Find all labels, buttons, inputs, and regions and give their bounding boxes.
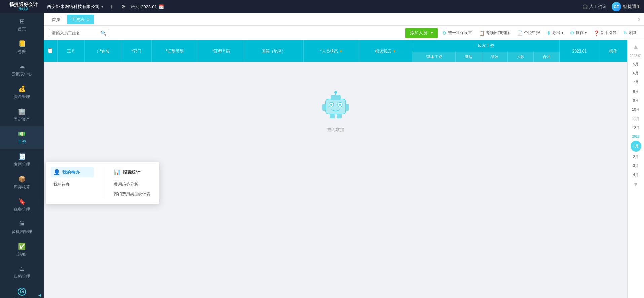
sidebar-item-multi-org[interactable]: 🏛 多机构管理 [0, 217, 44, 239]
content-area: 首页 工资表 × × 🔍 添加人员 ▾ ⚙ 统一社保设置 [44, 13, 644, 298]
svg-rect-1 [331, 95, 341, 100]
tab-home[interactable]: 首页 [47, 15, 65, 24]
calendar-icon[interactable]: 📅 [159, 4, 164, 9]
timeline-month-7[interactable]: 7月 [628, 78, 644, 87]
sidebar-label: 工资 [18, 139, 26, 145]
sidebar-item-xiaochang[interactable]: G 小畅报销 ◀ [0, 284, 44, 298]
settings-button[interactable]: ⚙ [119, 4, 127, 10]
sidebar-label: 总账 [18, 49, 26, 55]
xiaochang-icon: G [18, 288, 26, 296]
svg-point-3 [334, 91, 337, 94]
subsidy-subheader: 津贴 [456, 52, 482, 62]
top-right: 🎧 人工咨询 CE 畅捷通组 [582, 2, 641, 11]
export-icon: ⬇ [547, 30, 551, 36]
user-area[interactable]: CE 畅捷通组 [612, 2, 641, 11]
month-3-label: 3月 [633, 164, 639, 168]
report-icon: 📊 [114, 169, 121, 175]
export-action[interactable]: ⬇ 导出 ▾ [545, 30, 565, 36]
guide-action[interactable]: ❓ 新手引导 [592, 30, 619, 36]
timeline-month-9[interactable]: 9月 [628, 96, 644, 105]
company-selector[interactable]: 西安虾米网络科技有限公司 ▾ [47, 4, 103, 10]
social-security-icon: ⚙ [442, 30, 447, 36]
sidebar-item-closing[interactable]: ✅ 结账 [0, 239, 44, 261]
top-header: 畅捷通好会计 旗舰版 西安虾米网络科技有限公司 ▾ ＋ ⚙ 账期 2023-01… [0, 0, 644, 13]
search-input[interactable] [52, 31, 99, 35]
popup-title-todo[interactable]: 👤 我的待办 [51, 167, 94, 177]
tab-bar: 首页 工资表 × × [44, 13, 644, 26]
add-person-chevron-icon: ▾ [429, 31, 433, 35]
sidebar-item-home[interactable]: ⊞ 首页 [0, 13, 44, 36]
month-10-label: 10月 [632, 107, 640, 111]
sidebar-item-invoice[interactable]: 🧾 发票管理 [0, 149, 44, 171]
operate-chevron-icon: ▾ [585, 31, 587, 35]
close-all-icon[interactable]: × [638, 16, 641, 23]
dept-expense-label: 部门费用类型统计表 [114, 191, 150, 197]
multi-org-icon: 🏛 [19, 221, 25, 228]
popup-item-my-todo[interactable]: 我的待办 [51, 179, 94, 189]
main-layout: ⊞ 首页 📒 总账 ☁ 云报表中心 💰 资金管理 🏢 固定资产 💵 工资 🧾 发… [0, 13, 644, 298]
report-title-label: 报表统计 [123, 169, 140, 175]
wage-table: 工号 ↕ *姓名 *部门 *证型类型 *证型号码 国籍（地区） *人员状态 ▼ … [44, 40, 627, 62]
sidebar-item-archive[interactable]: 🗂 归档管理 [0, 261, 44, 284]
sidebar-label: 库存核算 [14, 184, 30, 190]
expense-trend-label: 费用趋势分析 [114, 181, 138, 187]
sidebar-item-tax[interactable]: 🔖 税务管理 [0, 194, 44, 217]
sidebar-item-ledger[interactable]: 📒 总账 [0, 36, 44, 59]
popup-overlay: 👤 我的待办 我的待办 📊 报表统计 费用趋势分析 部门费用类型统计表 [45, 162, 160, 204]
performance-subheader: 绩效 [482, 52, 507, 62]
popup-title-report[interactable]: 📊 报表统计 [111, 167, 155, 177]
date-header: 2023.01 [560, 40, 600, 62]
timeline-month-4[interactable]: 4月 [628, 170, 644, 179]
operate-action[interactable]: ⚙ 操作 ▾ [568, 30, 589, 36]
sidebar-item-wage[interactable]: 💵 工资 [0, 126, 44, 149]
search-icon[interactable]: 🔍 [101, 30, 106, 36]
action-header: 操作 [600, 40, 627, 62]
timeline-month-2[interactable]: 2月 [628, 152, 644, 161]
logo-area: 畅捷通好会计 旗舰版 [3, 2, 44, 11]
sidebar-item-fund[interactable]: 💰 资金管理 [0, 81, 44, 104]
svg-rect-10 [330, 114, 335, 118]
refresh-action[interactable]: ↻ 刷新 [621, 30, 639, 36]
svg-rect-8 [322, 104, 326, 111]
add-button[interactable]: ＋ [107, 3, 116, 11]
logo-text: 畅捷通好会计 [9, 2, 38, 7]
guide-label: 新手引导 [601, 30, 617, 36]
timeline-nav-up[interactable]: ▲ [632, 42, 640, 52]
company-chevron-icon: ▾ [101, 5, 103, 9]
closing-icon: ✅ [18, 243, 26, 250]
timeline-month-11[interactable]: 11月 [628, 114, 644, 123]
timeline-month-1-active[interactable]: 1月 [631, 141, 641, 152]
timeline-month-12[interactable]: 12月 [628, 123, 644, 132]
total-subheader: 合计 [533, 52, 559, 62]
empty-robot-icon [319, 89, 352, 123]
tax-report-label: 个税申报 [524, 30, 540, 36]
ledger-icon: 📒 [18, 40, 26, 47]
timeline-month-10[interactable]: 10月 [628, 105, 644, 114]
svg-rect-11 [337, 114, 342, 118]
add-person-button[interactable]: 添加人员 ▾ [405, 28, 438, 38]
svg-point-7 [339, 104, 341, 106]
tab-wage[interactable]: 工资表 × [67, 15, 94, 24]
timeline-month-5[interactable]: 5月 [628, 60, 644, 69]
timeline-month-8[interactable]: 8月 [628, 87, 644, 96]
invoice-icon: 🧾 [18, 153, 26, 160]
social-security-label: 统一社保设置 [448, 30, 472, 36]
timeline-month-3[interactable]: 3月 [628, 161, 644, 170]
timeline-nav-down[interactable]: ▼ [632, 179, 640, 189]
select-all-checkbox[interactable] [48, 48, 52, 53]
tax-report-action[interactable]: 📄 个税申报 [515, 30, 542, 36]
year-2023-label: 2023 [631, 132, 640, 140]
checkbox-col-header [44, 40, 57, 62]
support-button[interactable]: 🎧 人工咨询 [582, 4, 607, 10]
social-security-action[interactable]: ⚙ 统一社保设置 [440, 30, 474, 36]
sidebar-item-cloud-report[interactable]: ☁ 云报表中心 [0, 59, 44, 81]
tab-close-icon[interactable]: × [87, 17, 89, 22]
sidebar-item-inventory[interactable]: 📦 库存核算 [0, 171, 44, 194]
timeline-month-6[interactable]: 6月 [628, 69, 644, 78]
sidebar-item-assets[interactable]: 🏢 固定资产 [0, 104, 44, 126]
month-4-label: 4月 [633, 173, 639, 177]
popup-item-dept-expense[interactable]: 部门费用类型统计表 [111, 189, 155, 199]
tax-deduction-action[interactable]: 📋 专项附加扣除 [477, 30, 512, 36]
popup-item-expense-trend[interactable]: 费用趋势分析 [111, 179, 155, 189]
tab-home-label: 首页 [52, 17, 61, 22]
